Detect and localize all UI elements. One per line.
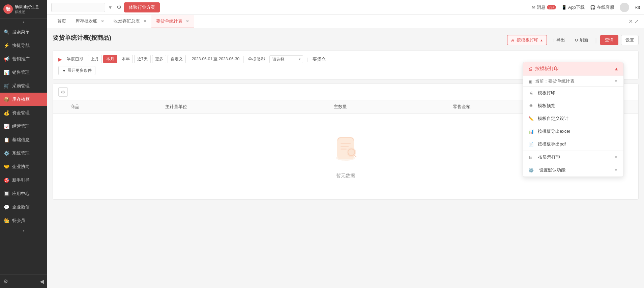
print-dropdown-title: 🖨 按模板打印 [528,66,559,72]
sidebar-item-enterprise-label: 企业协同 [12,164,30,170]
sidebar-item-quick-nav-label: 快捷导航 [12,42,30,49]
export-btn[interactable]: ↑ 导出 [550,35,569,45]
refresh-btn[interactable]: ↻ 刷新 [571,35,592,45]
tabs-bar: 首页 库存批次账 ✕ 收发存汇总表 ✕ 要货单统计表 ✕ ✕ ⤢ [47,15,644,28]
print-template-btn[interactable]: 🖨 按模板打印 ▲ [507,35,547,45]
messages-action[interactable]: ✉ 消息 99+ [532,4,556,10]
scroll-up-btn[interactable]: ▲ [0,19,47,25]
industry-btn[interactable]: 体验行业方案 [124,2,160,12]
sidebar-item-search[interactable]: 🔍 搜索菜单 [0,25,47,39]
tab-expand[interactable]: ⤢ [634,18,639,25]
print-template-label: 按模板打印 [517,37,538,43]
app-download-label: App下载 [568,4,585,10]
sidebar-item-guide-label: 新手引导 [12,177,30,183]
print-dropdown-header: 🖨 按模板打印 ▲ [523,62,623,75]
sidebar-item-sales[interactable]: 📊 销售管理 [0,66,47,79]
printer-icon: 🖨 [511,38,515,43]
settings-btn[interactable]: 设置 [621,35,639,45]
app-download-icon: 📱 [561,5,567,10]
expand-conditions-btn[interactable]: ▼ 展开更多条件 [58,66,95,75]
type-filter-label: 单据类型 [248,56,265,62]
date-btn-this-year[interactable]: 本年 [119,55,133,63]
dropdown-item-display-print[interactable]: 🖥 按显示打印 ▼ [523,151,623,164]
topbar-settings-icon[interactable]: ⚙ [117,4,121,10]
dropdown-item-export-pdf[interactable]: 📄 按模板导出pdf [523,138,623,151]
set-default-inner: ⚙️ 设置默认功能 [528,167,565,173]
filter-expand-arrow[interactable]: ▶ [58,57,62,62]
date-btn-last-month[interactable]: 上月 [88,55,102,63]
sidebar-item-wechat[interactable]: 💬 企业微信 [0,200,47,214]
dropdown-item-set-default[interactable]: ⚙️ 设置默认功能 ▼ [523,164,623,177]
dropdown-item-template-preview[interactable]: 👁 模板预览 [523,99,623,112]
filter-divider-2: | [307,57,308,62]
system-icon: ⚙️ [3,150,9,156]
tab-inventory-batch-close[interactable]: ✕ [101,19,104,24]
tab-close-all[interactable]: ✕ [628,18,633,25]
sidebar-item-system[interactable]: ⚙️ 系统管理 [0,147,47,160]
query-btn[interactable]: 查询 [600,35,618,45]
message-icon: ✉ [532,5,535,10]
table-settings-icon[interactable]: ⚙ [58,87,68,97]
sidebar-item-inventory[interactable]: 📦 库存核算 [0,93,47,106]
topbar: ▼ ⚙ 体验行业方案 ✉ 消息 99+ 📱 App下载 🎧 在线客服 Rit [47,0,644,15]
sidebar-item-quick-nav[interactable]: ⚡ 快捷导航 [0,39,47,52]
tab-inventory-batch[interactable]: 库存批次账 ✕ [71,15,109,28]
finance-icon: 💰 [3,110,9,116]
dropdown-item-template-preview-inner: 👁 模板预览 [535,103,555,109]
template-preview-label: 模板预览 [538,103,555,109]
sidebar-item-appstore[interactable]: 🔲 应用中心 [0,187,47,200]
sidebar-item-operations[interactable]: 📈 经营管理 [0,120,47,133]
dropdown-item-export-excel[interactable]: 📊 按模板导出excel [523,125,623,138]
dropdown-item-template-print[interactable]: 🖨 模板打印 [523,87,623,99]
topbar-search-input[interactable] [51,3,105,12]
type-select[interactable]: 请选择 全部 要货单 采购订单 [269,55,303,63]
sidebar-item-purchase[interactable]: 🛒 采购管理 [0,79,47,93]
sidebar-item-finance[interactable]: 💰 资金管理 [0,106,47,120]
sidebar-item-enterprise[interactable]: 🤝 企业协同 [0,160,47,173]
dropdown-item-template-design[interactable]: ✏️ 模板自定义设计 [523,112,623,125]
page-title: 要货单统计表(按商品) [53,34,111,42]
sidebar-item-inventory-label: 库存核算 [12,96,30,102]
date-btn-7days[interactable]: 近7天 [134,55,151,63]
display-print-inner: 🖥 按显示打印 [528,154,560,160]
online-service-action[interactable]: 🎧 在线客服 [590,4,614,10]
display-print-arrow: ▼ [614,155,618,160]
scroll-down-btn[interactable]: ▼ [0,227,47,234]
date-btn-this-month[interactable]: 本月 [103,55,117,63]
sidebar-item-marketing[interactable]: 📢 营销推广 [0,52,47,66]
app-download-action[interactable]: 📱 App下载 [561,4,585,10]
display-print-label: 按显示打印 [538,154,560,160]
empty-illustration [330,134,361,169]
sidebar-item-basics[interactable]: 📋 基础信息 [0,133,47,147]
settings-bottom-icon[interactable]: ⚙ [3,278,8,285]
tab-summary-close[interactable]: ✕ [143,19,147,24]
print-dropdown-section: 🖥 按显示打印 ▼ ⚙️ 设置默认功能 ▼ [523,151,623,177]
tab-order-stats-close[interactable]: ✕ [186,19,189,24]
sidebar-item-member[interactable]: 👑 畅会员 [0,214,47,227]
tab-order-stats[interactable]: 要货单统计表 ✕ [151,15,194,28]
tab-summary[interactable]: 收发存汇总表 ✕ [109,15,151,28]
refresh-icon: ↻ [575,38,578,43]
basics-icon: 📋 [3,137,9,143]
th-quantity: 主数量 [330,100,449,114]
expand-conditions-label: 展开更多条件 [67,68,92,73]
date-btn-custom[interactable]: 自定义 [168,55,186,63]
guide-icon: 🎯 [3,177,9,183]
collapse-icon[interactable]: ◀ [40,278,44,285]
sidebar-item-wechat-label: 企业微信 [12,204,30,210]
print-chevron-up-icon: ▲ [540,38,543,42]
sidebar-item-system-label: 系统管理 [12,150,30,156]
date-btn-more[interactable]: 更多 [152,55,166,63]
sidebar-item-purchase-label: 采购管理 [12,83,30,89]
sidebar-item-guide[interactable]: 🎯 新手引导 [0,173,47,187]
main-content: ▼ ⚙ 体验行业方案 ✉ 消息 99+ 📱 App下载 🎧 在线客服 Rit 首… [47,0,644,288]
user-avatar[interactable] [620,3,629,12]
template-design-icon: ✏️ [528,116,534,121]
appstore-icon: 🔲 [3,191,9,197]
display-print-icon: 🖥 [528,155,533,160]
quick-nav-icon: ⚡ [3,42,9,49]
topbar-chevron-icon[interactable]: ▼ [108,5,113,10]
print-dropdown-close-icon[interactable]: ▲ [614,66,619,71]
expand-chevron-icon: ▼ [62,68,66,73]
tab-home[interactable]: 首页 [53,15,71,28]
